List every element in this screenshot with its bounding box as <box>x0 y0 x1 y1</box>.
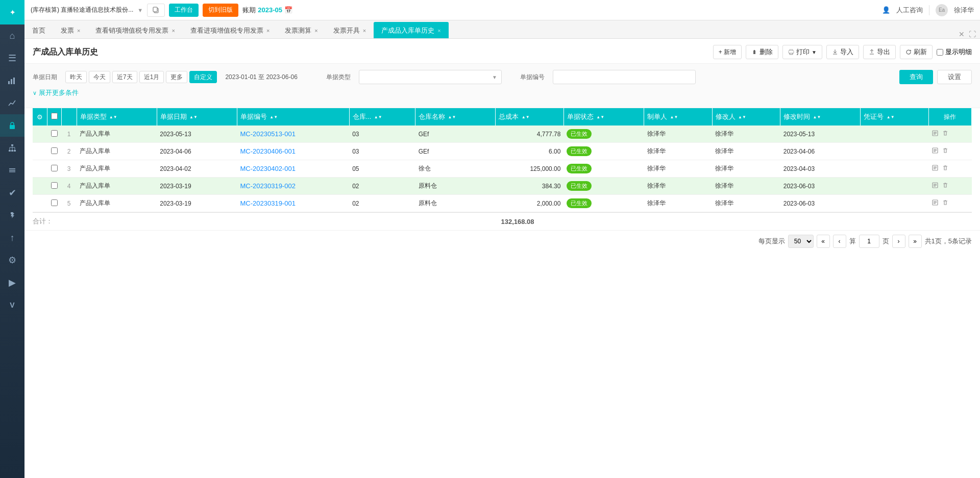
tab-check-sales-close[interactable]: × <box>172 28 175 34</box>
row-checkbox-cell[interactable] <box>47 143 61 160</box>
sidebar-item-docs[interactable]: ☰ <box>0 47 24 69</box>
col-warehouse-name[interactable]: 仓库名称 ▲▼ <box>415 108 496 125</box>
workspace-button[interactable]: 工作台 <box>169 4 199 17</box>
tab-check-sales[interactable]: 查看销项增值税专用发票 × <box>88 22 182 38</box>
prev-page-button[interactable]: ‹ <box>833 235 846 248</box>
view-icon-1[interactable] <box>932 130 939 138</box>
tab-invoice-close[interactable]: × <box>77 28 80 34</box>
first-page-button[interactable]: « <box>817 235 830 248</box>
tab-invoice-calc-close[interactable]: × <box>314 28 317 34</box>
tab-invoice-open-close[interactable]: × <box>363 28 366 34</box>
calendar-icon[interactable]: 📅 <box>284 6 292 14</box>
tab-product-history-close[interactable]: × <box>437 28 440 34</box>
import-button[interactable]: 导入 <box>826 45 859 59</box>
bill-type-select[interactable]: ▼ <box>359 70 502 84</box>
col-bill-no[interactable]: 单据编号 ▲▼ <box>237 108 349 125</box>
row-checkbox-3[interactable] <box>51 165 58 171</box>
user-label[interactable]: 徐泽华 <box>954 6 974 15</box>
support-label[interactable]: 人工咨询 <box>896 6 923 15</box>
sidebar-item-home[interactable]: ⌂ <box>0 24 24 47</box>
delete-icon-1[interactable] <box>942 130 949 138</box>
sidebar-item-version[interactable]: V <box>0 294 24 316</box>
row-bill-no-link-2[interactable]: MC-20230406-001 <box>240 147 295 155</box>
dropdown-icon[interactable]: ▼ <box>137 7 143 13</box>
delete-icon-2[interactable] <box>942 147 949 156</box>
row-checkbox-cell[interactable] <box>47 125 61 143</box>
col-total-cost[interactable]: 总成本 ▲▼ <box>496 108 564 125</box>
tab-check-purchase[interactable]: 查看进项增值税专用发票 × <box>183 22 277 38</box>
sidebar-item-task[interactable]: ✔ <box>0 182 24 204</box>
sidebar-item-video[interactable]: ▶ <box>0 271 24 294</box>
btn-last7[interactable]: 近7天 <box>112 71 137 83</box>
row-bill-no-link-5[interactable]: MC-20230319-001 <box>240 199 295 207</box>
expand-more-button[interactable]: ∨ 展开更多条件 <box>33 88 79 97</box>
settings-icon[interactable]: ⚙ <box>37 113 43 121</box>
btn-custom[interactable]: 自定义 <box>189 71 217 83</box>
sidebar-item-chart[interactable] <box>0 69 24 92</box>
sidebar-item-plugin[interactable] <box>0 204 24 227</box>
btn-more[interactable]: 更多 <box>166 71 187 83</box>
delete-icon-3[interactable] <box>942 164 949 173</box>
tab-check-purchase-close[interactable]: × <box>266 28 270 34</box>
bill-no-input[interactable] <box>553 70 696 84</box>
tab-expand[interactable]: ⛶ <box>969 30 976 38</box>
tab-product-history[interactable]: 产成品入库单历史 × <box>374 22 448 38</box>
row-checkbox-1[interactable] <box>51 130 58 137</box>
delete-icon-5[interactable] <box>942 199 949 208</box>
tab-invoice[interactable]: 发票 × <box>53 22 88 38</box>
tab-home[interactable]: 首页 <box>24 22 53 38</box>
row-bill-no-4[interactable]: MC-20230319-002 <box>237 178 349 195</box>
btn-last-month[interactable]: 近1月 <box>139 71 164 83</box>
row-checkbox-2[interactable] <box>51 147 58 154</box>
sidebar-item-upload[interactable]: ↑ <box>0 227 24 249</box>
last-page-button[interactable]: » <box>909 235 922 248</box>
refresh-button[interactable]: 刷新 <box>900 45 933 59</box>
query-button[interactable]: 查询 <box>899 70 933 84</box>
view-icon-5[interactable] <box>932 199 939 208</box>
col-modify-time[interactable]: 修改时间 ▲▼ <box>780 108 861 125</box>
view-icon-3[interactable] <box>932 164 939 173</box>
switch-old-button[interactable]: 切到旧版 <box>203 4 238 17</box>
print-button[interactable]: 打印 ▼ <box>782 45 822 59</box>
sidebar-item-settings[interactable]: ⚙ <box>0 249 24 271</box>
row-checkbox-cell[interactable] <box>47 195 61 212</box>
current-page-input[interactable] <box>859 235 879 248</box>
row-checkbox-5[interactable] <box>51 199 58 206</box>
btn-today[interactable]: 今天 <box>89 71 110 83</box>
view-icon-2[interactable] <box>932 147 939 156</box>
col-voucher-no[interactable]: 凭证号 ▲▼ <box>861 108 929 125</box>
col-bill-date[interactable]: 单据日期 ▲▼ <box>157 108 237 125</box>
sidebar-item-menu[interactable] <box>0 159 24 182</box>
view-icon-4[interactable] <box>932 182 939 190</box>
row-bill-no-link-4[interactable]: MC-20230319-002 <box>240 182 295 190</box>
col-warehouse-code[interactable]: 仓库... ▲▼ <box>349 108 415 125</box>
row-bill-no-1[interactable]: MC-20230513-001 <box>237 125 349 143</box>
tab-invoice-open[interactable]: 发票开具 × <box>326 22 374 38</box>
tab-invoice-calc[interactable]: 发票测算 × <box>277 22 325 38</box>
tab-close-all[interactable]: ✕ <box>959 30 965 38</box>
row-bill-no-3[interactable]: MC-20230402-001 <box>237 160 349 178</box>
delete-icon-4[interactable] <box>942 182 949 190</box>
row-bill-no-link-1[interactable]: MC-20230513-001 <box>240 130 295 138</box>
next-page-button[interactable]: › <box>892 235 905 248</box>
row-bill-no-link-3[interactable]: MC-20230402-001 <box>240 165 295 172</box>
col-modifier[interactable]: 修改人 ▲▼ <box>712 108 780 125</box>
col-bill-type[interactable]: 单据类型 ▲▼ <box>77 108 157 125</box>
sidebar-item-lock[interactable] <box>0 114 24 137</box>
new-button[interactable]: + 新增 <box>713 45 742 59</box>
row-checkbox-cell[interactable] <box>47 160 61 178</box>
row-bill-no-5[interactable]: MC-20230319-001 <box>237 195 349 212</box>
col-checkbox[interactable] <box>47 108 61 125</box>
select-all-checkbox[interactable] <box>51 113 58 119</box>
show-detail-checkbox[interactable] <box>937 49 943 56</box>
copy-button[interactable] <box>147 4 165 17</box>
export-button[interactable]: 导出 <box>863 45 896 59</box>
per-page-select[interactable]: 50 100 200 <box>788 235 814 248</box>
col-settings[interactable]: ⚙ <box>33 108 47 125</box>
sidebar-item-org[interactable] <box>0 137 24 159</box>
delete-button[interactable]: 删除 <box>746 45 778 59</box>
col-bill-status[interactable]: 单据状态 ▲▼ <box>564 108 644 125</box>
row-checkbox-4[interactable] <box>51 182 58 189</box>
reset-button[interactable]: 设置 <box>937 70 972 84</box>
col-creator[interactable]: 制单人 ▲▼ <box>644 108 713 125</box>
